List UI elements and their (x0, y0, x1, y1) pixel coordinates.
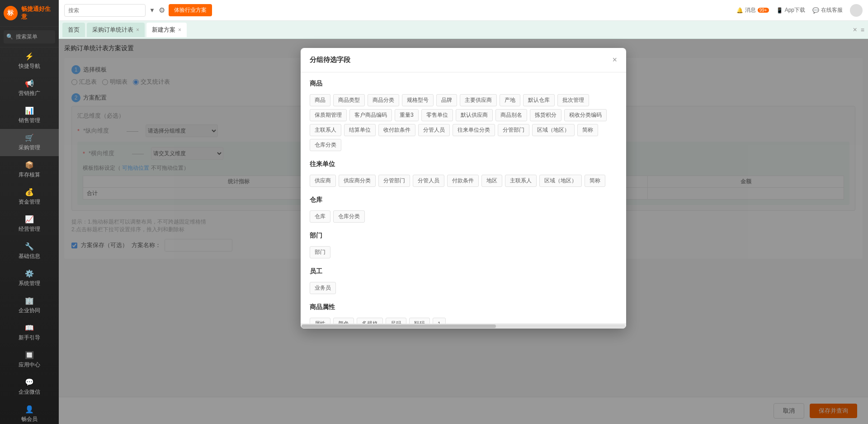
field-grid-product: 商品商品类型商品分类规格型号品牌主要供应商产地默认仓库批次管理保质期管理客户商品… (310, 94, 617, 151)
sidebar-item-apps[interactable]: 🔲 应用中心 (0, 346, 59, 373)
field-grid-department: 部门 (310, 246, 617, 258)
sidebar-item-finance[interactable]: 💰 资金管理 (0, 183, 59, 210)
experience-plan-button[interactable]: 体验行业方案 (169, 4, 212, 16)
tab-new-plan-close[interactable]: × (178, 27, 181, 33)
field-btn-区域（地区）[interactable]: 区域（地区） (532, 124, 575, 136)
field-btn-商品类型[interactable]: 商品类型 (333, 94, 365, 106)
field-btn-付款条件[interactable]: 付款条件 (447, 175, 479, 187)
field-btn-分管人员[interactable]: 分管人员 (413, 175, 444, 187)
field-btn-属性[interactable]: 属性 (310, 318, 330, 324)
field-btn-分管部门[interactable]: 分管部门 (378, 175, 410, 187)
search-menu-button[interactable]: 🔍 搜索菜单 (4, 30, 55, 43)
topbar-settings-icon[interactable]: ⚙ (159, 6, 165, 14)
inventory-icon: 📦 (25, 161, 34, 169)
notice-item[interactable]: 🔔 消息 99+ (736, 6, 769, 14)
tab-new-plan[interactable]: 新建方案 × (146, 23, 187, 37)
topbar-arrow-icon[interactable]: ▼ (149, 7, 155, 14)
field-btn-颜色[interactable]: 颜色 (333, 318, 354, 324)
field-btn-往来单位分类[interactable]: 往来单位分类 (453, 124, 495, 136)
sidebar-item-guide[interactable]: 📖 新手引导 (0, 319, 59, 346)
sidebar-item-sales[interactable]: 📊 销售管理 (0, 102, 59, 129)
field-btn-拣货积分[interactable]: 拣货积分 (530, 109, 561, 121)
field-btn-业务员[interactable]: 业务员 (310, 282, 336, 294)
basic-icon: 🔧 (25, 242, 34, 251)
field-btn-批次管理[interactable]: 批次管理 (557, 94, 589, 106)
field-btn-税收分类编码[interactable]: 税收分类编码 (564, 109, 607, 121)
tab-purchase-stats-close[interactable]: × (136, 27, 139, 33)
sidebar-item-wechat[interactable]: 💬 企业微信 (0, 373, 59, 400)
field-btn-重量3[interactable]: 重量3 (395, 109, 419, 121)
field-btn-默认仓库[interactable]: 默认仓库 (523, 94, 555, 106)
field-btn-主要供应商[interactable]: 主要供应商 (460, 94, 497, 106)
field-grid-counterpart: 供应商供应商分类分管部门分管人员付款条件地区主联系人区域（地区）简称 (310, 175, 617, 187)
purchase-icon: 🛒 (25, 133, 34, 142)
sidebar-item-inventory[interactable]: 📦 库存核算 (0, 156, 59, 183)
field-btn-商品别名[interactable]: 商品别名 (495, 109, 527, 121)
apps-icon: 🔲 (25, 351, 34, 359)
topbar: ▼ ⚙ 体验行业方案 🔔 消息 99+ 📱 App下载 💬 在线客服 (59, 0, 868, 21)
modal-title: 分组待选字段 (310, 56, 350, 64)
sidebar-item-member[interactable]: 👤 畅会员 (0, 400, 59, 424)
field-btn-供应商分类[interactable]: 供应商分类 (339, 175, 376, 187)
field-btn-零售单位[interactable]: 零售单位 (421, 109, 453, 121)
app-download-item[interactable]: 📱 App下载 (776, 6, 805, 14)
field-btn-多规格[interactable]: 多规格 (357, 318, 383, 324)
field-btn-仓库分类[interactable]: 仓库分类 (333, 210, 365, 223)
sidebar-item-system[interactable]: ⚙️ 系统管理 (0, 265, 59, 292)
sidebar-item-purchase[interactable]: 🛒 采购管理 (0, 129, 59, 156)
online-service-item[interactable]: 💬 在线客服 (812, 6, 843, 14)
user-avatar[interactable] (850, 4, 863, 17)
notice-badge: 99+ (758, 8, 769, 13)
field-grid-product-attr: 属性颜色多规格尺码鞋码1 (310, 318, 617, 324)
field-btn-区域（地区）[interactable]: 区域（地区） (539, 175, 582, 187)
sidebar-item-quick-nav[interactable]: ⚡ 快捷导航 (0, 48, 59, 75)
tabs-close-all-icon[interactable]: × (853, 26, 857, 34)
field-btn-尺码[interactable]: 尺码 (386, 318, 406, 324)
marketing-icon: 📢 (25, 79, 34, 88)
field-btn-供应商[interactable]: 供应商 (310, 175, 336, 187)
field-btn-保质期管理[interactable]: 保质期管理 (310, 109, 347, 121)
field-btn-主联系人[interactable]: 主联系人 (310, 124, 341, 136)
sidebar-item-marketing[interactable]: 📢 营销推广 (0, 75, 59, 102)
field-btn-简称[interactable]: 简称 (585, 175, 605, 187)
topbar-search-input[interactable] (64, 4, 146, 17)
field-btn-结算单位[interactable]: 结算单位 (344, 124, 376, 136)
tab-purchase-stats[interactable]: 采购订单统计表 × (87, 23, 145, 37)
field-btn-简称[interactable]: 简称 (577, 124, 598, 136)
sales-icon: 📊 (25, 106, 34, 115)
field-btn-收付款条件[interactable]: 收付款条件 (378, 124, 415, 136)
field-btn-规格型号[interactable]: 规格型号 (402, 94, 434, 106)
sidebar-item-corp[interactable]: 🏢 企业协同 (0, 292, 59, 319)
scrollbar-thumb (302, 324, 496, 328)
field-btn-鞋码[interactable]: 鞋码 (409, 318, 430, 324)
field-btn-客户商品编码[interactable]: 客户商品编码 (349, 109, 392, 121)
tabs-menu-icon[interactable]: ≡ (861, 26, 864, 33)
section-title-product: 商品 (310, 80, 617, 90)
sidebar-item-basic[interactable]: 🔧 基础信息 (0, 238, 59, 265)
field-btn-仓库[interactable]: 仓库 (310, 210, 330, 223)
operation-icon: 📈 (25, 215, 34, 224)
field-btn-主联系人[interactable]: 主联系人 (505, 175, 537, 187)
field-btn-地区[interactable]: 地区 (481, 175, 502, 187)
field-btn-仓库分类[interactable]: 仓库分类 (310, 139, 341, 151)
field-btn-商品[interactable]: 商品 (310, 94, 330, 106)
tab-home[interactable]: 首页 (62, 23, 85, 37)
field-btn-品牌[interactable]: 品牌 (436, 94, 457, 106)
member-icon: 👤 (25, 405, 34, 414)
field-select-modal: 分组待选字段 × 商品商品商品类型商品分类规格型号品牌主要供应商产地默认仓库批次… (301, 48, 626, 329)
field-btn-商品分类[interactable]: 商品分类 (368, 94, 399, 106)
field-btn-1[interactable]: 1 (433, 318, 446, 324)
modal-close-button[interactable]: × (612, 55, 617, 65)
field-btn-分管部门[interactable]: 分管部门 (498, 124, 529, 136)
sidebar-item-operation[interactable]: 📈 经营管理 (0, 210, 59, 238)
topbar-right: 🔔 消息 99+ 📱 App下载 💬 在线客服 (736, 4, 863, 17)
field-btn-产地[interactable]: 产地 (500, 94, 520, 106)
modal-body[interactable]: 商品商品商品类型商品分类规格型号品牌主要供应商产地默认仓库批次管理保质期管理客户… (301, 72, 626, 324)
section-title-product-attr: 商品属性 (310, 303, 617, 313)
download-icon: 📱 (776, 7, 783, 14)
section-counterpart: 往来单位供应商供应商分类分管部门分管人员付款条件地区主联系人区域（地区）简称 (310, 160, 617, 187)
field-btn-默认供应商[interactable]: 默认供应商 (456, 109, 493, 121)
field-btn-分管人员[interactable]: 分管人员 (418, 124, 450, 136)
field-btn-部门[interactable]: 部门 (310, 246, 330, 258)
modal-horizontal-scrollbar[interactable] (301, 324, 626, 329)
